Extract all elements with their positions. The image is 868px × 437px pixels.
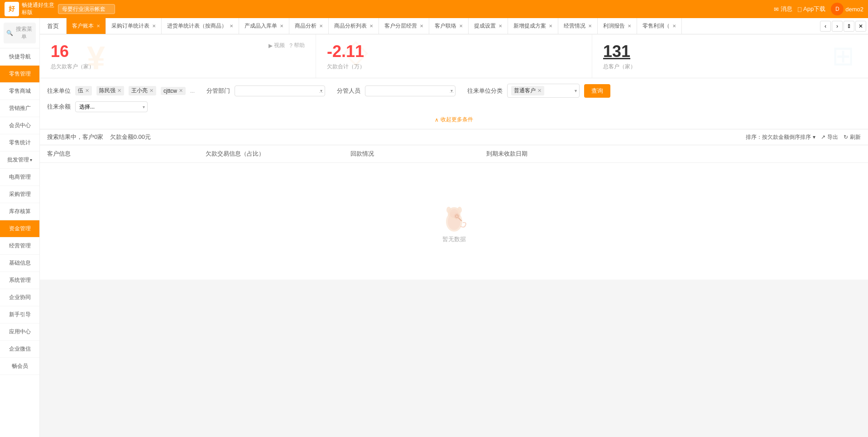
- tab-nav-buttons: ‹ › ⇕ ✕: [818, 21, 868, 32]
- logo-text: 畅捷通好生意 标版: [22, 2, 54, 16]
- sidebar-item-member-center[interactable]: 会员中心: [0, 117, 39, 134]
- tab-close-icon[interactable]: ✕: [459, 24, 463, 28]
- tab-cost-inbound[interactable]: 产成品入库单 ✕: [239, 18, 289, 34]
- sort-selector[interactable]: 排序：按欠款金额倒序排序 ▾: [746, 133, 815, 141]
- sidebar-item-retail-mall[interactable]: 零售商城: [0, 83, 39, 100]
- main-layout: 🔍 搜索菜单 快捷导航 零售管理 零售商城 营销推广 会员中心 零售统计: [0, 18, 868, 437]
- sidebar-item-retail-stats[interactable]: 零售统计: [0, 134, 39, 152]
- tab-customer-account[interactable]: 客户账本 ✕: [67, 18, 106, 34]
- message-icon: ✉: [774, 6, 779, 13]
- sidebar-item-app-center[interactable]: 应用中心: [0, 323, 39, 341]
- logo-area: 好 畅捷通好生意 标版: [5, 2, 54, 16]
- chevron-down-icon: ▾: [30, 157, 32, 162]
- remove-category-tag[interactable]: ✕: [537, 88, 542, 94]
- tab-customer-segment[interactable]: 客户分层经营 ✕: [379, 18, 429, 34]
- collapse-btn[interactable]: ∧ 收起更多条件: [435, 116, 473, 124]
- sidebar-item-system[interactable]: 系统管理: [0, 272, 39, 289]
- stats-row: ¥ 16 总欠款客户（家） ▶ 视频 ? 帮助 ◇: [40, 34, 868, 78]
- tab-operations-situation[interactable]: 经营情况 ✕: [558, 18, 598, 34]
- tab-close-icon[interactable]: ✕: [369, 24, 373, 28]
- tab-profit-report[interactable]: 利润报告 ✕: [598, 18, 637, 34]
- messages-btn[interactable]: ✉ 消息: [774, 5, 792, 13]
- table-header: 客户信息 欠款交易信息（占比） 回款情况 到期未收款日期: [40, 145, 868, 163]
- person-filter-label: 分管人员: [337, 87, 360, 95]
- empty-illustration: [436, 199, 472, 235]
- remove-tag-wang[interactable]: ✕: [149, 88, 153, 94]
- stat-label-total: 总客户（家）: [603, 63, 636, 71]
- refresh-icon: ↻: [844, 134, 848, 140]
- sidebar-item-operations[interactable]: 经营管理: [0, 238, 39, 255]
- sidebar-item-marketing[interactable]: 营销推广: [0, 100, 39, 117]
- sidebar-item-retail-mgmt[interactable]: 零售管理: [0, 66, 39, 83]
- sidebar-item-batch-mgmt[interactable]: 批发管理 ▾: [0, 152, 39, 169]
- tab-purchase-order-stats[interactable]: 采购订单统计表 ✕: [106, 18, 162, 34]
- sidebar-item-member[interactable]: 畅会员: [0, 358, 39, 375]
- dept-more-btn[interactable]: ...: [319, 88, 323, 94]
- sidebar-search-section: 🔍 搜索菜单: [0, 18, 39, 48]
- stat-debt-total: ◇ -2.11 欠款合计（万）: [316, 34, 592, 78]
- sidebar-item-enterprise[interactable]: 企业协同: [0, 289, 39, 306]
- stat-total-customers: ⊞ 131 总客户（家）: [592, 34, 868, 78]
- person-more-btn[interactable]: ...: [450, 88, 454, 94]
- tab-expand-btn[interactable]: ⇕: [844, 21, 854, 32]
- sidebar-item-finance[interactable]: 资金管理: [0, 220, 39, 238]
- tab-prev-btn[interactable]: ‹: [820, 21, 831, 32]
- remove-tag-chen[interactable]: ✕: [117, 88, 121, 94]
- tab-home[interactable]: 首页: [40, 18, 67, 34]
- filter-tag-chen: 陈民强 ✕: [96, 86, 124, 95]
- stat-value-total: 131: [603, 42, 630, 61]
- text-help-btn[interactable]: ? 帮助: [289, 42, 305, 49]
- sidebar-item-quick-nav[interactable]: 快捷导航: [0, 48, 39, 66]
- sidebar-item-purchase[interactable]: 采购管理: [0, 186, 39, 203]
- sidebar-item-new-guide[interactable]: 新手引导: [0, 306, 39, 323]
- tab-close-icon[interactable]: ✕: [96, 24, 100, 28]
- user-profile-btn[interactable]: D demo2: [831, 3, 863, 15]
- tab-close-all-btn[interactable]: ✕: [855, 21, 866, 32]
- tab-close-icon[interactable]: ✕: [152, 24, 156, 28]
- tab-close-icon[interactable]: ✕: [549, 24, 552, 28]
- filter-section: 往来单位 伍 ✕ 陈民强 ✕ 王小亮 ✕: [40, 78, 868, 129]
- sort-chevron-icon: ▾: [813, 134, 815, 140]
- video-help-btn[interactable]: ▶ 视频: [269, 42, 285, 49]
- tab-close-icon[interactable]: ✕: [420, 24, 423, 28]
- tab-close-icon[interactable]: ✕: [319, 24, 323, 28]
- svg-point-7: [446, 207, 451, 213]
- tab-product-analysis[interactable]: 商品分析 ✕: [289, 18, 329, 34]
- refresh-btn[interactable]: ↻ 刷新: [844, 133, 861, 141]
- stat-overdue-customers: ¥ 16 总欠款客户（家） ▶ 视频 ? 帮助: [40, 34, 316, 78]
- filter-tag-wang: 王小亮 ✕: [129, 86, 156, 95]
- sidebar-item-basic-info[interactable]: 基础信息: [0, 255, 39, 272]
- app-download-btn[interactable]: ⎕ App下载: [798, 5, 825, 13]
- tab-bar: 首页 客户账本 ✕ 采购订单统计表 ✕ 进货单统计表（按商品） ✕ 产成品入库单…: [40, 18, 868, 34]
- unit-filter-label: 往来单位: [47, 87, 71, 95]
- tab-close-icon[interactable]: ✕: [628, 24, 631, 28]
- tab-close-icon[interactable]: ✕: [588, 24, 592, 28]
- dept-input[interactable]: [235, 86, 325, 96]
- person-input[interactable]: [365, 86, 456, 96]
- logo-line1: 畅捷通好生意: [22, 2, 54, 9]
- sidebar-item-wechat[interactable]: 企业微信: [0, 341, 39, 358]
- sidebar-item-inventory[interactable]: 库存核算: [0, 203, 39, 220]
- tab-new-promotion[interactable]: 新增提成方案 ✕: [508, 18, 558, 34]
- unit-filter-more[interactable]: ...: [190, 88, 195, 94]
- category-tag-normal: 普通客户 ✕: [511, 86, 544, 95]
- tab-close-icon[interactable]: ✕: [230, 24, 233, 28]
- remove-tag-wu[interactable]: ✕: [85, 88, 89, 94]
- tab-customer-contact[interactable]: 客户联络 ✕: [429, 18, 469, 34]
- tab-inbound-stats[interactable]: 进货单统计表（按商品） ✕: [162, 18, 239, 34]
- tab-product-analysis-list[interactable]: 商品分析列表 ✕: [329, 18, 379, 34]
- workspace-selector[interactable]: 母婴行业演示帐套: [58, 4, 115, 14]
- tab-promotion-settings[interactable]: 提成设置 ✕: [469, 18, 508, 34]
- sidebar: 🔍 搜索菜单 快捷导航 零售管理 零售商城 营销推广 会员中心 零售统计: [0, 18, 40, 437]
- remove-tag-cjttcw[interactable]: ✕: [179, 88, 183, 94]
- tab-next-btn[interactable]: ›: [832, 21, 843, 32]
- search-menu-btn[interactable]: 🔍 搜索菜单: [4, 23, 36, 43]
- search-button[interactable]: 查询: [584, 84, 610, 98]
- tab-close-icon[interactable]: ✕: [672, 24, 676, 28]
- export-btn[interactable]: ↗ 导出: [821, 133, 838, 141]
- tab-close-icon[interactable]: ✕: [499, 24, 502, 28]
- tab-close-icon[interactable]: ✕: [280, 24, 283, 28]
- sidebar-item-ecommerce[interactable]: 电商管理: [0, 169, 39, 186]
- tab-retail-profit[interactable]: 零售利润（ ✕: [637, 18, 682, 34]
- balance-select[interactable]: 选择...: [75, 101, 148, 112]
